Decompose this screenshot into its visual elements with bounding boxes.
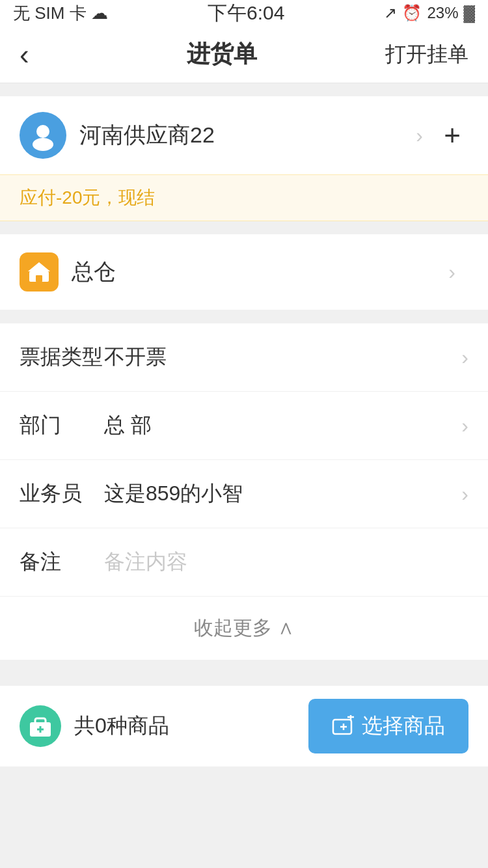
invoice-type-value: 不开票	[104, 343, 461, 372]
supplier-avatar	[20, 112, 66, 159]
select-product-button[interactable]: 选择商品	[308, 699, 468, 753]
svg-point-1	[33, 138, 53, 151]
product-count: 共0种商品	[74, 712, 308, 740]
warehouse-row[interactable]: 总仓 ›	[0, 234, 488, 310]
page-title: 进货单	[187, 38, 257, 70]
open-pending-button[interactable]: 打开挂单	[385, 40, 468, 69]
location-icon: ↗	[384, 4, 397, 22]
supplier-row[interactable]: 河南供应商22 › +	[0, 96, 488, 174]
mid-divider3	[0, 660, 488, 673]
bottom-section: 共0种商品 选择商品	[0, 686, 488, 766]
back-button[interactable]: ‹	[20, 38, 59, 71]
salesperson-chevron-icon: ›	[461, 482, 468, 506]
status-time: 下午6:04	[208, 0, 284, 27]
supplier-name: 河南供应商22	[79, 120, 416, 150]
battery-icon: ▓	[464, 4, 476, 22]
warehouse-icon	[20, 252, 59, 292]
invoice-type-row[interactable]: 票据类型 不开票 ›	[0, 323, 488, 391]
remark-value[interactable]: 备注内容	[104, 548, 468, 576]
warehouse-section: 总仓 ›	[0, 234, 488, 310]
remark-row[interactable]: 备注 备注内容	[0, 528, 488, 596]
battery-level: 23%	[427, 4, 458, 22]
warehouse-name: 总仓	[72, 257, 448, 287]
svg-point-0	[36, 125, 49, 138]
department-row[interactable]: 部门 总 部 ›	[0, 391, 488, 459]
mid-divider2	[0, 310, 488, 323]
add-supplier-button[interactable]: +	[436, 119, 468, 152]
status-bar: 无 SIM 卡 ☁ 下午6:04 ↗ ⏰ 23% ▓	[0, 0, 488, 26]
form-section: 票据类型 不开票 › 部门 总 部 › 业务员 这是859的小智 › 备注 备注…	[0, 323, 488, 660]
select-product-label: 选择商品	[362, 712, 445, 740]
invoice-type-label: 票据类型	[20, 343, 104, 372]
supplier-chevron-icon: ›	[416, 124, 423, 148]
alarm-icon: ⏰	[402, 4, 422, 22]
department-value: 总 部	[104, 411, 461, 440]
notice-bar: 应付-20元，现结	[0, 174, 488, 221]
department-label: 部门	[20, 411, 104, 440]
svg-rect-6	[35, 718, 46, 725]
nav-bar: ‹ 进货单 打开挂单	[0, 26, 488, 83]
supplier-section: 河南供应商22 › + 应付-20元，现结	[0, 96, 488, 221]
page-background	[0, 766, 488, 868]
salesperson-row[interactable]: 业务员 这是859的小智 ›	[0, 459, 488, 528]
salesperson-value: 这是859的小智	[104, 480, 461, 508]
top-divider	[0, 83, 488, 96]
svg-marker-3	[28, 262, 50, 271]
department-chevron-icon: ›	[461, 414, 468, 438]
mid-divider1	[0, 221, 488, 234]
warehouse-chevron-icon: ›	[448, 260, 455, 284]
remark-label: 备注	[20, 548, 104, 576]
invoice-type-chevron-icon: ›	[461, 346, 468, 370]
product-icon	[20, 705, 61, 747]
status-left: 无 SIM 卡 ☁	[13, 2, 108, 25]
select-product-icon	[332, 714, 355, 738]
svg-rect-4	[36, 275, 42, 282]
collapse-button[interactable]: 收起更多 ∧	[0, 596, 488, 660]
salesperson-label: 业务员	[20, 480, 104, 508]
status-right: ↗ ⏰ 23% ▓	[384, 4, 475, 22]
sim-status: 无 SIM 卡 ☁	[13, 2, 108, 25]
